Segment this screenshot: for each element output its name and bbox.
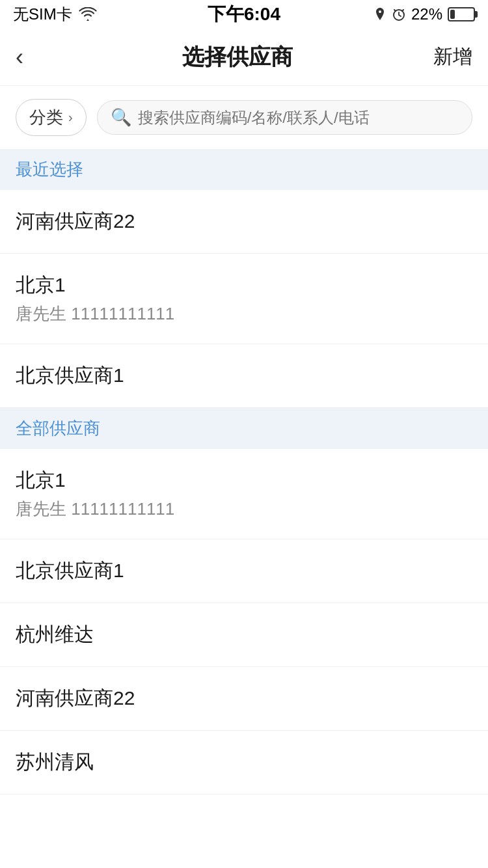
list-item[interactable]: 杭州维达 <box>0 603 488 667</box>
nav-bar: ‹ 选择供应商 新增 <box>0 29 488 86</box>
filter-bar: 分类 › 🔍 <box>0 86 488 149</box>
status-carrier: 无SIM卡 <box>13 4 97 25</box>
recent-section-header: 最近选择 <box>0 149 488 190</box>
list-item[interactable]: 北京1 唐先生 11111111111 <box>0 254 488 344</box>
all-section-header: 全部供应商 <box>0 408 488 449</box>
list-item[interactable]: 北京1 唐先生 11111111111 <box>0 449 488 539</box>
location-icon <box>373 7 386 21</box>
category-label: 分类 <box>29 106 63 129</box>
item-name: 苏州清风 <box>16 749 472 776</box>
wifi-icon <box>79 7 97 21</box>
all-section-label: 全部供应商 <box>16 418 100 438</box>
battery-percent: 22% <box>411 5 442 23</box>
list-item[interactable]: 苏州清风 <box>0 731 488 794</box>
recent-items-list: 河南供应商22北京1 唐先生 11111111111北京供应商1 <box>0 190 488 408</box>
item-name: 河南供应商22 <box>16 685 472 712</box>
status-bar: 无SIM卡 下午6:04 22% <box>0 0 488 29</box>
recent-section-label: 最近选择 <box>16 159 83 179</box>
list-item[interactable]: 北京供应商1 <box>0 539 488 603</box>
alarm-icon <box>392 7 406 21</box>
chevron-right-icon: › <box>68 110 73 125</box>
status-right: 22% <box>373 5 475 23</box>
item-name: 杭州维达 <box>16 621 472 648</box>
item-name: 北京1 <box>16 467 472 494</box>
new-supplier-button[interactable]: 新增 <box>420 44 472 70</box>
item-name: 北京供应商1 <box>16 362 472 389</box>
category-filter-button[interactable]: 分类 › <box>16 99 87 136</box>
item-name: 北京供应商1 <box>16 558 472 584</box>
search-icon: 🔍 <box>111 107 131 128</box>
item-name: 河南供应商22 <box>16 208 472 235</box>
status-time: 下午6:04 <box>208 2 280 27</box>
list-item[interactable]: 北京供应商1 <box>0 344 488 408</box>
item-sub: 唐先生 11111111111 <box>16 498 472 521</box>
search-box[interactable]: 🔍 <box>97 100 472 135</box>
page-title: 选择供应商 <box>182 42 293 72</box>
search-input[interactable] <box>138 109 459 127</box>
battery-icon <box>448 7 475 21</box>
back-button[interactable]: ‹ <box>16 44 55 71</box>
item-sub: 唐先生 11111111111 <box>16 303 472 325</box>
list-item[interactable]: 河南供应商22 <box>0 190 488 254</box>
all-items-list: 北京1 唐先生 11111111111北京供应商1杭州维达河南供应商22苏州清风 <box>0 449 488 794</box>
item-name: 北京1 <box>16 272 472 299</box>
list-item[interactable]: 河南供应商22 <box>0 667 488 731</box>
